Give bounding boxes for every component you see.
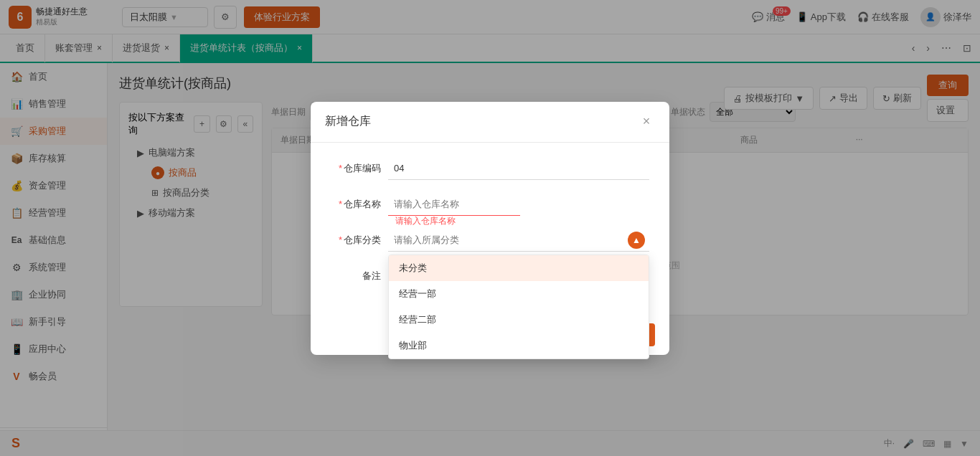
dropdown-item-dept1[interactable]: 经营一部 bbox=[389, 281, 649, 307]
modal-title: 新增仓库 bbox=[325, 114, 371, 129]
name-input[interactable] bbox=[388, 193, 520, 216]
category-input[interactable] bbox=[388, 229, 649, 252]
form-row-code: 仓库编码 bbox=[331, 157, 649, 180]
code-input[interactable] bbox=[388, 157, 649, 180]
modal-body: 仓库编码 仓库名称 请输入仓库名称 仓库分类 ▲ 未分类 bbox=[311, 143, 669, 315]
modal-header: 新增仓库 × bbox=[311, 102, 669, 143]
dropdown-item-dept2[interactable]: 经营二部 bbox=[389, 307, 649, 333]
modal-overlay: 新增仓库 × 仓库编码 仓库名称 请输入仓库名称 仓库分类 bbox=[0, 0, 980, 456]
category-label: 仓库分类 bbox=[331, 229, 388, 252]
new-warehouse-modal: 新增仓库 × 仓库编码 仓库名称 请输入仓库名称 仓库分类 bbox=[311, 102, 669, 355]
code-label: 仓库编码 bbox=[331, 157, 388, 180]
form-row-category: 仓库分类 ▲ 未分类 经营一部 经营二部 物业部 bbox=[331, 229, 649, 252]
form-row-name: 仓库名称 请输入仓库名称 bbox=[331, 193, 649, 216]
name-error-msg: 请输入仓库名称 bbox=[395, 215, 456, 227]
category-dropdown: 未分类 经营一部 经营二部 物业部 bbox=[388, 255, 649, 359]
remark-label: 备注 bbox=[331, 265, 388, 288]
dropdown-item-property[interactable]: 物业部 bbox=[389, 333, 649, 358]
dropdown-item-uncategorized[interactable]: 未分类 bbox=[389, 255, 649, 281]
category-select-wrap: ▲ 未分类 经营一部 经营二部 物业部 bbox=[388, 229, 649, 252]
category-dropdown-toggle[interactable]: ▲ bbox=[628, 232, 645, 249]
name-label: 仓库名称 bbox=[331, 193, 388, 216]
modal-close-button[interactable]: × bbox=[638, 113, 655, 130]
